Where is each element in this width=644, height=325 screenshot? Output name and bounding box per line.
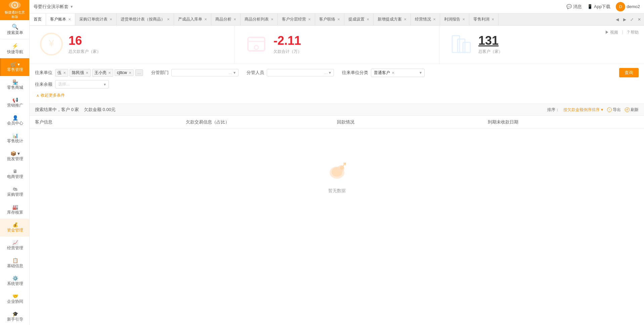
filter-tag-4-close[interactable]: ✕ [129,71,131,75]
sidebar-item-retail-stats-label: 零售统计 [2,138,28,144]
tab-new-raise-plan[interactable]: 新增提成方案 ✕ [374,13,411,26]
filter-tag-1-close[interactable]: ✕ [63,71,66,75]
sidebar-item-ecommerce-mgmt-label: 电商管理 [2,174,28,180]
sidebar-item-member-center[interactable]: 👤 会员中心 [0,112,29,130]
query-button[interactable]: 查询 [619,68,639,77]
sidebar-item-retail-stats[interactable]: 📊 零售统计 [0,130,29,147]
app-download-button[interactable]: 📱 App下载 [587,4,610,10]
user-area[interactable]: D demo2 [616,2,640,11]
tab-inbound-stats-close[interactable]: ✕ [167,17,170,21]
stat-credit-amount-text: -2.11 欠款合计（万） [273,35,302,55]
message-button[interactable]: 💬 消息 [566,4,582,10]
export-label: 导出 [613,107,621,113]
tab-product-analysis-label: 商品分析 [215,16,231,22]
tab-production-inbound[interactable]: 产成品入库单 ✕ [174,13,211,26]
stat-total-customers-label: 总客户（家） [478,49,503,55]
main-area: 母婴行业演示帐套 ▾ 💬 消息 📱 App下载 D demo2 首页 客户账本 … [30,0,644,325]
person-filter-extra: ... [324,70,328,75]
sidebar-item-retail-mgmt-label: 零售管理 [2,67,28,73]
tab-customer-segment-close[interactable]: ✕ [308,17,311,21]
person-filter-select[interactable]: ... ▾ [267,69,334,76]
tab-product-analysis-list-close[interactable]: ✕ [271,17,273,21]
stat-total-customers-number: 131 [478,35,503,47]
tab-production-inbound-label: 产成品入库单 [178,16,202,22]
sidebar-item-basic-info[interactable]: 📋 基础信息 [0,254,29,272]
sidebar-item-enterprise-coop[interactable]: 🤝 企业协同 [0,290,29,308]
tab-product-analysis-list[interactable]: 商品分析列表 ✕ [241,13,278,26]
tab-customer-contact[interactable]: 客户联络 ✕ [315,13,344,26]
sidebar-item-quick-nav[interactable]: ⚡ 快捷导航 [0,39,29,58]
tab-profit-report[interactable]: 利润报告 ✕ [440,13,469,26]
tab-retail-profit[interactable]: 零售利润 ✕ [469,13,499,26]
tab-raise-settings[interactable]: 提成设置 ✕ [344,13,374,26]
sidebar-item-capital-mgmt[interactable]: 💰 资金管理 [0,219,29,237]
tab-new-raise-plan-close[interactable]: ✕ [404,17,406,21]
remainder-filter-select[interactable]: 选择... ▾ [55,80,109,88]
svg-rect-9 [463,42,470,52]
sidebar-item-ecommerce-mgmt[interactable]: 🖥 电商管理 [0,165,29,183]
stat-credit-customers-label: 总欠款客户（家） [69,49,101,55]
sidebar-item-system-mgmt[interactable]: ⚙️ 系统管理 [0,272,29,290]
collapse-button[interactable]: ∧ 收起更多条件 [35,91,639,100]
stat-card-total-customers: ▶ 视频 | ? 帮助 131 总客户（家） [439,26,644,64]
stat-help-area: ▶ 视频 | ? 帮助 [605,30,639,35]
tab-home[interactable]: 首页 [30,13,46,26]
filter-tag-3-close[interactable]: ✕ [108,71,111,75]
tab-business-situation[interactable]: 经营情况 ✕ [411,13,440,26]
tab-production-inbound-close[interactable]: ✕ [204,17,207,21]
svg-rect-8 [458,39,465,52]
tab-customer-contact-close[interactable]: ✕ [337,17,340,21]
stat-credit-amount-number: -2.11 [273,35,302,47]
tab-business-situation-close[interactable]: ✕ [433,17,436,21]
app-download-label: App下载 [594,4,610,10]
filter-more-tags-btn[interactable]: ... [135,69,143,76]
tab-raise-settings-close[interactable]: ✕ [367,17,369,21]
tab-scroll-right[interactable]: ▶ [621,16,628,23]
unit-type-tag-close[interactable]: ✕ [392,71,394,75]
tab-product-analysis-close[interactable]: ✕ [233,17,236,21]
tab-customer-capital[interactable]: 客户账本 ✕ [46,13,75,26]
refresh-button[interactable]: ↺ 刷新 [625,107,639,113]
tab-purchase-order-stats[interactable]: 采购订单统计表 ✕ [75,13,117,26]
tab-purchase-order-stats-close[interactable]: ✕ [110,17,112,21]
video-help-btn[interactable]: ▶ 视频 [605,30,618,35]
sidebar-item-new-user-guide[interactable]: 🎓 新手引导 [0,308,29,325]
sidebar-item-marketing[interactable]: 📢 营销推广 [0,94,29,112]
filter-tag-4: cjttcw ✕ [115,69,134,76]
dept-filter-select[interactable]: ... ▾ [171,69,239,76]
stat-credit-customers-icon: ¥ [40,32,63,57]
filter-area: 往来单位 伍 ✕ 陈民强 ✕ 王小亮 ✕ cjttcw [30,64,644,104]
brand-dropdown-icon[interactable]: ▾ [71,4,73,9]
tab-profit-report-close[interactable]: ✕ [462,17,465,21]
tab-inbound-stats-label: 进货单统计表（按商品） [121,16,165,22]
filter-tag-2-close[interactable]: ✕ [86,71,88,75]
sidebar-item-purchase-mgmt[interactable]: 🛍 采购管理 [0,183,29,201]
sidebar-item-inventory-label: 库存核算 [2,210,28,215]
tab-maximize[interactable]: ⤢ [629,16,635,23]
results-bar: 搜索结果中，客户 0 家 欠款金额 0.00元 排序： 按欠款金额倒序排序 ▾ … [30,104,644,116]
page-content: ¥ 16 总欠款客户（家） -2.11 [30,26,644,325]
help-btn[interactable]: ? 帮助 [627,30,639,35]
sidebar-item-wholesale-mgmt[interactable]: 📦 ▾ 批发管理 [0,147,29,165]
tab-product-analysis[interactable]: 商品分析 ✕ [211,13,241,26]
svg-point-6 [254,45,258,49]
sidebar-item-inventory[interactable]: 🏭 库存核算 [0,201,29,219]
tab-scroll-left[interactable]: ◀ [614,16,620,23]
tab-inbound-stats[interactable]: 进货单统计表（按商品） ✕ [117,13,174,26]
sidebar-logo[interactable]: ¥ 畅捷通好生意 标版 [0,0,29,20]
sidebar-item-business-mgmt[interactable]: 📈 经营管理 [0,237,29,254]
tab-customer-segment[interactable]: 客户分层经营 ✕ [278,13,315,26]
sidebar-item-retail-mall[interactable]: 🏪 零售商城 [0,76,29,94]
empty-state-icon [324,156,350,184]
sidebar-item-retail-mgmt[interactable]: 🛒 ▾ 零售管理 [0,58,29,76]
sort-dropdown-icon: ▾ [601,107,603,112]
filter-tags: 伍 ✕ 陈民强 ✕ 王小亮 ✕ cjttcw ✕ ... [55,69,143,77]
tab-retail-profit-close[interactable]: ✕ [491,17,494,21]
unit-type-filter-select[interactable]: 普通客户 ✕ ▾ [371,69,425,77]
sidebar-item-marketing-label: 营销推广 [2,103,28,108]
tab-customer-capital-close[interactable]: ✕ [68,17,71,21]
sort-select[interactable]: 按欠款金额倒序排序 ▾ [563,107,603,113]
tab-close-all[interactable]: ✕ [636,16,643,23]
export-button[interactable]: ↑ 导出 [607,107,621,113]
sidebar-item-search[interactable]: 🔍 搜索菜单 [0,20,29,39]
